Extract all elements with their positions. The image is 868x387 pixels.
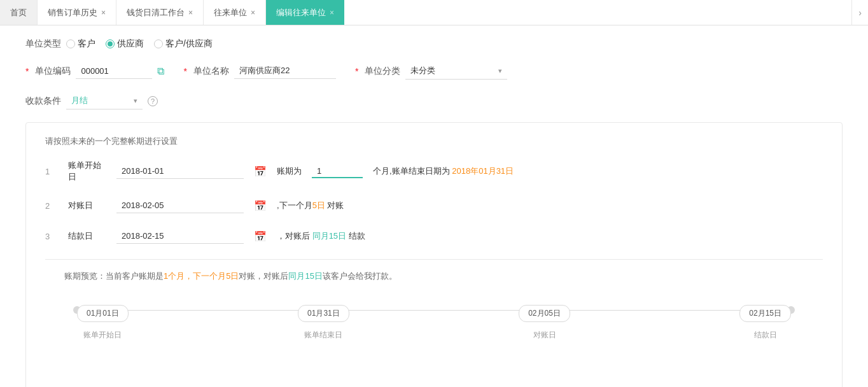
timeline-label-2: 账单结束日: [304, 330, 342, 341]
unit-code-copy-icon[interactable]: ⧉: [157, 66, 164, 77]
timeline-date-2: 01月31日: [298, 305, 349, 322]
period-info-2: ,下一个月5日 对账: [277, 200, 344, 211]
period-month-input[interactable]: [312, 165, 363, 178]
unit-info-row: * 单位编码 ⧉ * 单位名称 * 单位分类 未分类 ▾: [25, 62, 843, 80]
period-box: 请按照未来的一个完整帐期进行设置 1 账单开始日 📅 账期为 个月,账单结束日期…: [25, 122, 843, 387]
unit-code-group: * 单位编码 ⧉: [25, 64, 164, 79]
unit-code-required: *: [25, 66, 29, 76]
tab-home-label: 首页: [10, 7, 27, 18]
period-label-2: 对账日: [68, 200, 106, 211]
payment-label: 收款条件: [25, 95, 61, 107]
payment-arrow: ▾: [134, 97, 137, 105]
preview-part5: 该客户会给我打款。: [323, 271, 397, 281]
payment-row: 收款条件 月结 ▾ ?: [25, 92, 843, 109]
period-label-3: 结款日: [68, 230, 106, 242]
timeline: 01月01日 账单开始日 01月31日 账单结束日 02月05日 对账日: [64, 299, 804, 366]
timeline-date-4: 02月15日: [739, 305, 791, 322]
timeline-label-4: 结款日: [754, 330, 777, 341]
tab-partner[interactable]: 往来单位 ×: [204, 0, 266, 25]
unit-code-input[interactable]: [76, 64, 152, 79]
radio-supplier[interactable]: 供应商: [106, 38, 144, 50]
tab-cash-work[interactable]: 钱货日清工作台 ×: [116, 0, 204, 25]
radio-customer[interactable]: 客户: [66, 38, 95, 50]
unit-name-required: *: [183, 66, 186, 76]
tab-scroll-right[interactable]: ›: [851, 0, 868, 25]
timeline-label-3: 对账日: [533, 330, 556, 341]
unit-name-label: 单位名称: [193, 66, 229, 77]
period-suffix-pre-1: 账期为: [277, 166, 302, 176]
unit-category-select[interactable]: 未分类 ▾: [405, 62, 507, 80]
preview-text: 账期预览：当前客户账期是1个月，下一个月5日对账，对账后同月15日该客户会给我打…: [64, 270, 804, 283]
period-row-3: 3 结款日 📅 ，对账后 同月15日 结款: [45, 229, 823, 244]
unit-category-group: * 单位分类 未分类 ▾: [355, 62, 507, 80]
period-num-3: 3: [45, 232, 58, 241]
radio-both-circle: [154, 39, 163, 48]
period-info-3: ，对账后 同月15日 结款: [277, 230, 365, 242]
unit-type-row: 单位类型 客户 供应商 客户/供应商: [25, 38, 843, 50]
unit-category-required: *: [355, 66, 358, 76]
preview-part3: 对账，对账后: [239, 271, 288, 281]
unit-type-group: 单位类型 客户 供应商 客户/供应商: [25, 38, 213, 50]
tab-edit-partner-label: 编辑往来单位: [276, 7, 326, 18]
tab-cash-close[interactable]: ×: [188, 8, 193, 17]
period-calendar-1[interactable]: 📅: [254, 165, 267, 178]
radio-both[interactable]: 客户/供应商: [154, 38, 213, 50]
period-calendar-3[interactable]: 📅: [254, 230, 267, 243]
radio-customer-label: 客户: [78, 38, 95, 50]
tab-home[interactable]: 首页: [0, 0, 38, 25]
tab-partner-label: 往来单位: [214, 7, 247, 18]
preview-label: 账期预览：当前客户账期是: [64, 271, 164, 281]
period-suffix-post-2: 对账: [327, 201, 344, 210]
right-arrow-icon: ›: [858, 8, 862, 18]
preview-part1: 1个月，: [164, 271, 193, 281]
period-date-3[interactable]: [116, 229, 244, 244]
tab-partner-close[interactable]: ×: [251, 8, 255, 17]
tab-sales-close[interactable]: ×: [101, 8, 106, 17]
unit-category-value: 未分类: [410, 65, 496, 76]
radio-supplier-label: 供应商: [117, 38, 144, 50]
preview-part4: 同月15日: [288, 271, 322, 281]
period-row-1: 1 账单开始日 📅 账期为 个月,账单结束日期为 2018年01月31日: [45, 160, 823, 183]
unit-type-label: 单位类型: [25, 38, 61, 50]
tab-bar: 首页 销售订单历史 × 钱货日清工作台 × 往来单位 × 编辑往来单位 × ›: [0, 0, 868, 25]
timeline-date-3: 02月05日: [519, 305, 570, 322]
tab-edit-partner[interactable]: 编辑往来单位 ×: [266, 0, 344, 25]
period-date-2[interactable]: [116, 198, 244, 213]
payment-group: 收款条件 月结 ▾ ?: [25, 92, 158, 109]
tab-cash-label: 钱货日清工作台: [127, 7, 185, 18]
timeline-node-1: 01月01日 账单开始日: [77, 305, 129, 341]
period-num-1: 1: [45, 167, 58, 176]
period-end-date-1: 2018年01月31日: [452, 166, 514, 176]
period-date-1[interactable]: [116, 164, 244, 179]
period-highlight-3: 同月15日: [312, 231, 346, 241]
tab-sales-history[interactable]: 销售订单历史 ×: [38, 0, 116, 25]
period-info-1: 账期为: [277, 165, 302, 177]
period-num-2: 2: [45, 201, 58, 211]
timeline-label-1: 账单开始日: [83, 330, 122, 341]
unit-name-group: * 单位名称: [183, 64, 335, 79]
radio-supplier-circle: [106, 39, 115, 48]
payment-value: 月结: [71, 95, 131, 106]
period-calendar-2[interactable]: 📅: [254, 200, 267, 212]
payment-help-icon[interactable]: ?: [148, 96, 158, 106]
timeline-node-2: 01月31日 账单结束日: [298, 305, 349, 341]
radio-group: 客户 供应商 客户/供应商: [66, 38, 213, 50]
tab-sales-label: 销售订单历史: [48, 7, 97, 18]
period-label-1: 账单开始日: [68, 160, 106, 183]
unit-code-label: 单位编码: [35, 66, 71, 77]
unit-name-input[interactable]: [234, 64, 336, 79]
main-content: 单位类型 客户 供应商 客户/供应商 * 单位编码: [0, 25, 868, 387]
period-suffix-post-3: 结款: [349, 231, 365, 241]
unit-category-label: 单位分类: [365, 66, 400, 77]
radio-both-label: 客户/供应商: [165, 38, 213, 50]
timeline-date-1: 01月01日: [77, 305, 129, 322]
period-row-2: 2 对账日 📅 ,下一个月5日 对账: [45, 198, 823, 213]
tab-edit-partner-close[interactable]: ×: [330, 8, 334, 17]
period-suffix-post-1: 个月,账单结束日期为: [373, 166, 450, 176]
unit-category-arrow: ▾: [498, 67, 502, 75]
timeline-node-4: 02月15日 结款日: [739, 305, 791, 341]
payment-select[interactable]: 月结 ▾: [66, 92, 143, 109]
preview-section: 账期预览：当前客户账期是1个月，下一个月5日对账，对账后同月15日该客户会给我打…: [45, 259, 823, 376]
period-title: 请按照未来的一个完整帐期进行设置: [45, 136, 823, 147]
period-highlight-2: 5日: [312, 201, 325, 210]
